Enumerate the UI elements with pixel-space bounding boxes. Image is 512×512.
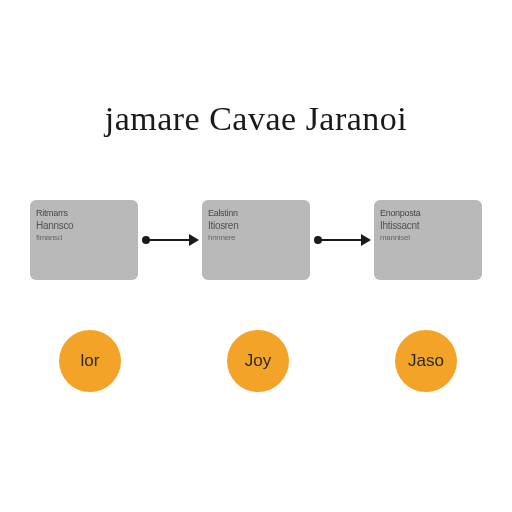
box-label: fimansd — [36, 233, 132, 242]
box-label: Enonposta — [380, 208, 476, 218]
box-label: Ihtissacnt — [380, 220, 476, 231]
box-label: Hannsco — [36, 220, 132, 231]
circle-badge-1: lor — [59, 330, 121, 392]
stage-box-2: Ealstinn Itiosren hnnnere — [202, 200, 310, 280]
stage-box-1: Ritmarrs Hannsco fimansd — [30, 200, 138, 280]
circle-badge-3: Jaso — [395, 330, 457, 392]
box-label: mannisel — [380, 233, 476, 242]
circle-row: lor Joy Jaso — [0, 330, 512, 392]
stage-box-3: Enonposta Ihtissacnt mannisel — [374, 200, 482, 280]
arrow-icon — [142, 239, 198, 241]
stage-row: Ritmarrs Hannsco fimansd Ealstinn Itiosr… — [0, 200, 512, 280]
circle-badge-2: Joy — [227, 330, 289, 392]
box-label: hnnnere — [208, 233, 304, 242]
page-title: jamare Cavae Jaranoi — [0, 100, 512, 138]
box-label: Ritmarrs — [36, 208, 132, 218]
box-label: Itiosren — [208, 220, 304, 231]
arrow-icon — [314, 239, 370, 241]
box-label: Ealstinn — [208, 208, 304, 218]
